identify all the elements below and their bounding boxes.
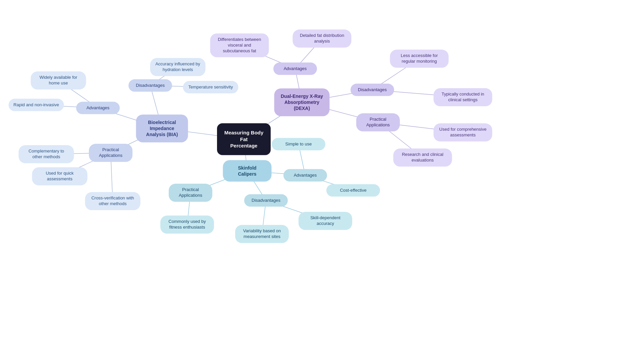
- skin-disadvantages-node[interactable]: Disadvantages: [244, 194, 288, 207]
- center-node[interactable]: Measuring Body FatPercentage: [217, 123, 271, 155]
- bia-node[interactable]: Bioelectrical ImpedanceAnalysis (BIA): [136, 115, 188, 142]
- skin-adv-leaf-2[interactable]: Cost-effective: [326, 184, 380, 197]
- skin-adv-leaf-1[interactable]: Simple to use: [272, 138, 325, 150]
- skin-dis-leaf-1[interactable]: Variability based on measurement sites: [235, 225, 289, 243]
- dexa-advantages-node[interactable]: Advantages: [273, 63, 317, 75]
- dexa-prac-leaf-2[interactable]: Research and clinical evaluations: [393, 148, 452, 167]
- bia-disadvantages-node[interactable]: Disadvantages: [128, 79, 172, 92]
- bia-dis-leaf-1[interactable]: Accuracy influenced by hydration levels: [150, 58, 206, 76]
- dexa-node[interactable]: Dual-Energy X-RayAbsorptiometry (DEXA): [274, 88, 330, 116]
- dexa-practical-node[interactable]: Practical Applications: [356, 113, 400, 131]
- skinfold-node[interactable]: Skinfold Calipers: [223, 160, 272, 182]
- bia-dis-leaf-2[interactable]: Temperature sensitivity: [183, 81, 238, 94]
- bia-advantages-node[interactable]: Advantages: [76, 102, 120, 114]
- bia-adv-leaf-1[interactable]: Widely available for home use: [31, 71, 86, 89]
- bia-prac-leaf-3[interactable]: Cross-verification with other methods: [85, 192, 141, 210]
- dexa-disadvantages-node[interactable]: Disadvantages: [351, 84, 394, 96]
- dexa-prac-leaf-1[interactable]: Used for comprehensive assessments: [434, 123, 492, 141]
- bia-prac-leaf-1[interactable]: Complementary to other methods: [19, 145, 74, 163]
- dexa-dis-leaf-1[interactable]: Less accessible for regular monitoring: [390, 50, 449, 68]
- dexa-dis-leaf-2[interactable]: Typically conducted in clinical settings: [434, 88, 492, 106]
- bia-prac-leaf-2[interactable]: Used for quick assessments: [32, 167, 88, 185]
- skin-dis-leaf-2[interactable]: Skill-dependent accuracy: [299, 212, 352, 230]
- skin-prac-leaf-1[interactable]: Commonly used by fitness enthusiasts: [160, 216, 214, 234]
- dexa-adv-leaf-1[interactable]: Detailed fat distribution analysis: [293, 29, 352, 48]
- bia-adv-leaf-2[interactable]: Rapid and non-invasive: [9, 99, 64, 111]
- dexa-adv-leaf-2[interactable]: Differentiates between visceral and subc…: [210, 34, 269, 57]
- skin-practical-node[interactable]: Practical Applications: [169, 184, 212, 202]
- skin-advantages-node[interactable]: Advantages: [283, 169, 327, 182]
- bia-practical-node[interactable]: Practical Applications: [89, 144, 132, 162]
